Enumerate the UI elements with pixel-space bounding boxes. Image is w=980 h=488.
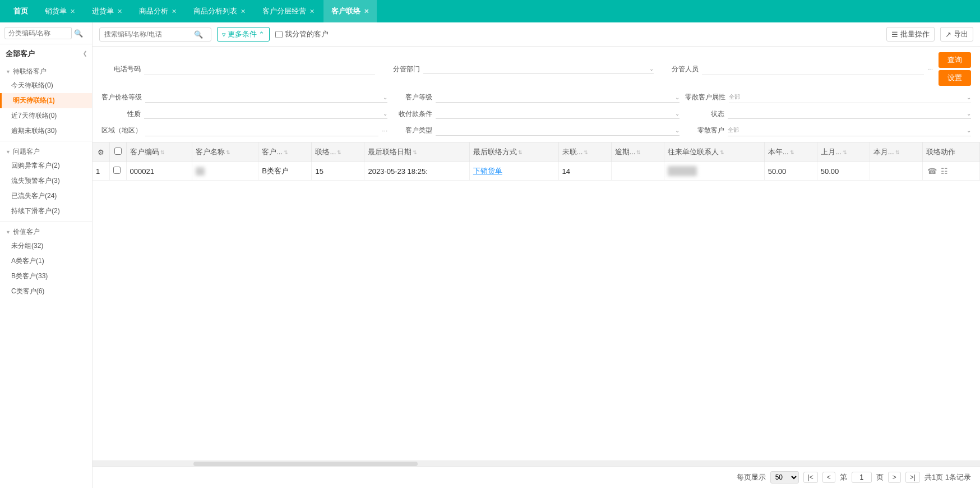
customer-type-select[interactable]: ⌄ <box>436 126 679 136</box>
export-btn[interactable]: ↗ 导出 <box>940 27 973 42</box>
horizontal-scrollbar[interactable] <box>93 461 980 466</box>
sidebar-problem-group[interactable]: 问题客户 <box>0 144 92 158</box>
region-input[interactable] <box>145 125 378 136</box>
search-input[interactable] <box>104 30 194 38</box>
th-contacts2[interactable]: 往来单位联系人⇅ <box>664 142 764 162</box>
search-input-wrapper: 🔍 <box>99 27 211 42</box>
sidebar-item-7day-contact[interactable]: 近7天待联络(0) <box>0 108 92 123</box>
sidebar-all-customers-title[interactable]: 全部客户 《 <box>0 44 92 63</box>
price-grade-label: 客户价格等级 <box>101 93 142 102</box>
td-action: ☎ ☷ <box>922 162 979 181</box>
sidebar-item-b-class[interactable]: B类客户(33) <box>0 269 92 284</box>
nav-close-purchaselist[interactable]: ✕ <box>117 8 122 15</box>
page-last-btn[interactable]: >| <box>905 472 920 483</box>
nav-home[interactable]: 首页 <box>6 0 36 22</box>
th-gear[interactable]: ⚙ <box>93 142 109 162</box>
sidebar-pending-group[interactable]: 待联络客户 <box>0 63 92 78</box>
th-this-year[interactable]: 本年...⇅ <box>764 142 817 162</box>
batch-op-btn[interactable]: ☰ 批量操作 <box>886 27 935 42</box>
td-uncontacted: 14 <box>558 162 611 181</box>
contact-method-link[interactable]: 下销货单 <box>473 167 502 175</box>
td-this-month <box>870 162 922 181</box>
nav-close-customer-contact[interactable]: ✕ <box>364 8 369 15</box>
my-customers-checkbox-wrapper[interactable]: 我分管的客户 <box>275 29 329 39</box>
row-checkbox[interactable] <box>113 167 121 174</box>
td-last-contact-method[interactable]: 下销货单 <box>469 162 558 181</box>
select-all-checkbox[interactable] <box>114 148 122 155</box>
th-contacts[interactable]: 联络...⇅ <box>312 142 364 162</box>
sidebar-divider-2 <box>0 221 92 222</box>
nav-close-salelist[interactable]: ✕ <box>70 8 75 15</box>
person-input[interactable] <box>702 63 924 75</box>
settings-btn[interactable]: 设置 <box>939 70 971 86</box>
th-last-month[interactable]: 上月...⇅ <box>817 142 870 162</box>
nav-close-customer-tier[interactable]: ✕ <box>309 8 315 15</box>
nav-customer-tier[interactable]: 客户分层经营 ✕ <box>255 0 322 22</box>
th-this-month[interactable]: 本月...⇅ <box>870 142 922 162</box>
td-contacts2: 联系人名 <box>664 162 764 181</box>
per-page-select[interactable]: 50 100 200 <box>770 471 799 484</box>
customer-grade-select[interactable]: ⌄ <box>436 93 679 103</box>
customer-type-label: 客户类型 <box>393 126 432 135</box>
price-grade-select[interactable]: ⌄ <box>145 93 387 103</box>
nav-customer-contact[interactable]: 客户联络 ✕ <box>323 0 377 22</box>
sidebar-value-group[interactable]: 价值客户 <box>0 224 92 238</box>
query-btn[interactable]: 查询 <box>939 52 971 68</box>
dept-select[interactable]: ⌄ <box>423 64 654 74</box>
filter-search-icon[interactable]: 🔍 <box>194 30 203 39</box>
page-next-btn[interactable]: > <box>888 472 901 483</box>
sidebar-item-ungrouped[interactable]: 未分组(32) <box>0 238 92 254</box>
phone-input[interactable] <box>144 63 375 75</box>
action-call-icon[interactable]: ☎ <box>927 167 937 176</box>
customer-grade-field: 客户等级 ⌄ <box>393 93 679 103</box>
region-ellipsis[interactable]: ··· <box>382 127 387 135</box>
sidebar-item-overdue-contact[interactable]: 逾期未联络(30) <box>0 123 92 139</box>
sidebar-search-input[interactable] <box>4 27 72 39</box>
nav-close-goods-analysis-list[interactable]: ✕ <box>241 8 246 15</box>
td-no: 1 <box>93 162 109 181</box>
payment-label: 收付款条件 <box>393 109 432 119</box>
th-type[interactable]: 客户...⇅ <box>258 142 312 162</box>
sidebar-item-a-class[interactable]: A类客户(1) <box>0 254 92 269</box>
sidebar-item-declining[interactable]: 持续下滑客户(2) <box>0 204 92 219</box>
retail-attr-label: 零散客户属性 <box>685 93 725 102</box>
nav-close-goods-analysis[interactable]: ✕ <box>172 8 177 15</box>
batch-icon: ☰ <box>891 30 898 39</box>
th-last-contact-date[interactable]: 最后联络日期⇅ <box>364 142 469 162</box>
th-overdue[interactable]: 逾期...⇅ <box>611 142 664 162</box>
td-checkbox[interactable] <box>109 162 126 181</box>
th-uncontacted[interactable]: 未联...⇅ <box>558 142 611 162</box>
payment-select[interactable]: ⌄ <box>436 109 679 119</box>
page-first-btn[interactable]: |< <box>803 472 818 483</box>
scrollbar-thumb[interactable] <box>193 462 418 466</box>
page-prev-btn[interactable]: < <box>822 472 835 483</box>
sidebar-item-tomorrow-contact[interactable]: 明天待联络(1) <box>0 93 92 108</box>
sidebar-collapse-icon[interactable]: 《 <box>80 50 86 58</box>
data-table: ⚙ 客户编码⇅ 客户名称⇅ 客户...⇅ 联络...⇅ 最后联络日期⇅ 最后联络… <box>93 142 980 181</box>
sidebar-item-churned[interactable]: 已流失客户(24) <box>0 188 92 204</box>
th-check[interactable] <box>109 142 126 162</box>
action-more-icon[interactable]: ☷ <box>941 167 948 176</box>
retail-customer-label: 零散客户 <box>685 126 724 135</box>
nav-salelist[interactable]: 销货单 ✕ <box>37 0 83 22</box>
my-customers-checkbox[interactable] <box>275 31 283 38</box>
sidebar-search-icon[interactable]: 🔍 <box>74 29 83 38</box>
sidebar-item-churn-warning[interactable]: 流失预警客户(3) <box>0 173 92 188</box>
sidebar-item-c-class[interactable]: C类客户(6) <box>0 284 92 299</box>
person-ellipsis[interactable]: ··· <box>927 65 933 73</box>
more-conditions-btn[interactable]: ▿ 更多条件 ⌃ <box>217 27 270 42</box>
nav-purchaselist[interactable]: 进货单 ✕ <box>84 0 130 22</box>
th-name[interactable]: 客户名称⇅ <box>192 142 258 162</box>
dept-field: 分管部门 ⌄ <box>381 64 654 74</box>
page-input[interactable] <box>852 472 872 483</box>
sidebar-item-repurchase-abnormal[interactable]: 回购异常客户(2) <box>0 158 92 173</box>
nature-select[interactable]: ⌄ <box>144 109 387 119</box>
retail-customer-select[interactable]: 全部⌄ <box>728 125 971 136</box>
retail-attr-select[interactable]: 全部⌄ <box>729 91 971 103</box>
sidebar-item-today-contact[interactable]: 今天待联络(0) <box>0 78 92 93</box>
th-last-contact-method[interactable]: 最后联络方式⇅ <box>469 142 558 162</box>
nav-goods-analysis[interactable]: 商品分析 ✕ <box>131 0 184 22</box>
status-select[interactable]: ⌄ <box>728 109 971 119</box>
th-code[interactable]: 客户编码⇅ <box>126 142 192 162</box>
nav-goods-analysis-list[interactable]: 商品分析列表 ✕ <box>186 0 253 22</box>
